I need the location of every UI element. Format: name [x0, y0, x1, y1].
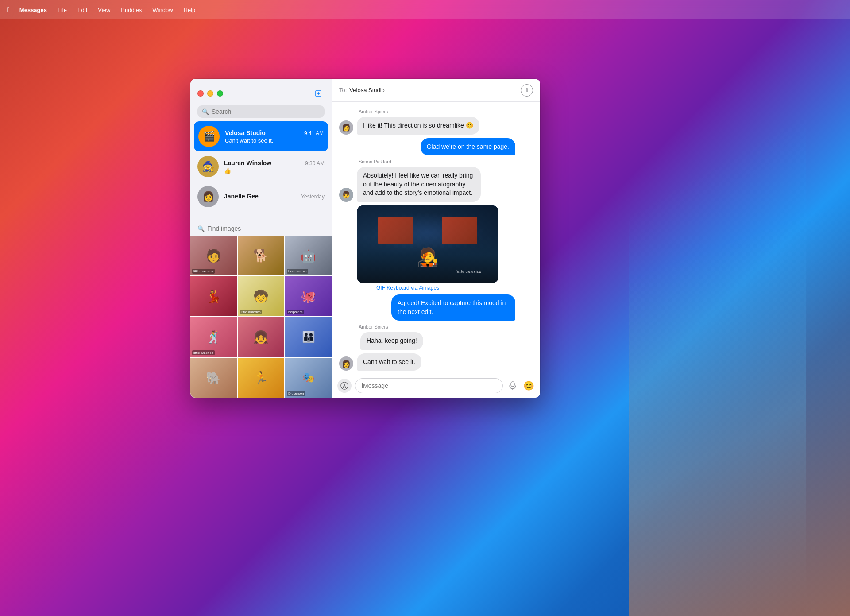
close-button[interactable]	[197, 90, 204, 97]
search-input[interactable]	[212, 108, 320, 115]
conv-name-velosa: Velosa Studio	[225, 129, 266, 136]
conv-time-lauren: 9:30 AM	[305, 160, 325, 167]
conv-info-velosa: Velosa Studio 9:41 AM Can't wait to see …	[225, 129, 324, 144]
bubble-amber2: Haha, keep going!	[360, 332, 423, 350]
message-row-outgoing2: Agreed! Excited to capture this mood in …	[339, 294, 533, 321]
gif-cell-2-3[interactable]: 🐙 helpsters	[285, 276, 332, 316]
menubar-view[interactable]: View	[93, 5, 115, 15]
avatar-velosa: 🎬	[198, 126, 220, 147]
minimize-button[interactable]	[207, 90, 213, 97]
gif-label-2-3: helpsters	[287, 310, 304, 314]
message-input[interactable]	[355, 378, 503, 393]
message-row-amber3: 👩 Can't wait to see it.	[339, 353, 533, 371]
conversation-item-velosa[interactable]: 🎬 Velosa Studio 9:41 AM Can't wait to se…	[194, 121, 328, 151]
svg-text:A: A	[343, 383, 346, 388]
right-panel: To: Velosa Studio ℹ Amber Spiers 👩 I lik…	[332, 79, 540, 398]
conversations-list: 🎬 Velosa Studio 9:41 AM Can't wait to se…	[190, 121, 332, 221]
conversation-item-janelle[interactable]: 👩 Janelle Gee Yesterday	[190, 182, 332, 212]
sender-name-amber2: Amber Spiers	[359, 324, 533, 329]
avatar-simon: 👨	[339, 188, 353, 202]
gif-cell-2-2[interactable]: 🧒 little america	[238, 276, 284, 316]
conv-preview-lauren: 👍	[224, 167, 325, 174]
menubar-window[interactable]: Window	[148, 5, 177, 15]
message-row-1: 👩 I like it! This direction is so dreaml…	[339, 117, 533, 135]
conv-info-lauren: Lauren Winslow 9:30 AM 👍	[224, 159, 325, 174]
conv-info-janelle: Janelle Gee Yesterday	[224, 193, 325, 201]
sender-name-amber1: Amber Spiers	[359, 109, 533, 114]
apple-menu-icon[interactable]: 	[7, 6, 10, 14]
maximize-button[interactable]	[217, 90, 223, 97]
bubble-amber3: Can't wait to see it.	[357, 353, 421, 371]
gif-search-icon: 🔍	[197, 225, 205, 232]
gif-cell-1-3[interactable]: 🤖 here we are	[285, 236, 332, 275]
info-button[interactable]: ℹ	[521, 84, 533, 97]
search-bar[interactable]: 🔍	[197, 105, 325, 118]
gif-picker: 🔍 🧑 little america 🐕	[190, 221, 332, 398]
gif-grid: 🧑 little america 🐕 🤖 here we are	[190, 236, 332, 398]
avatar-amber1: 👩	[339, 120, 353, 135]
menubar-messages[interactable]: Messages	[15, 5, 51, 15]
svg-rect-5	[511, 382, 514, 387]
menubar-help[interactable]: Help	[179, 5, 200, 15]
menubar:  Messages File Edit View Buddies Window…	[0, 0, 850, 19]
gif-cell-3-3[interactable]: 👨‍👩‍👦	[285, 317, 332, 357]
gif-cell-4-2[interactable]: 🏃	[238, 358, 284, 398]
avatar-amber3: 👩	[339, 356, 353, 371]
avatar-janelle: 👩	[197, 186, 219, 207]
gif-search-input[interactable]	[207, 225, 325, 232]
traffic-lights	[197, 90, 223, 97]
recipient-name: Velosa Studio	[349, 87, 385, 93]
gif-cell-1-1[interactable]: 🧑 little america	[190, 236, 237, 275]
bubble-amber1: I like it! This direction is so dreamlik…	[357, 117, 479, 135]
conv-time-janelle: Yesterday	[301, 194, 325, 200]
messages-window: 🔍 🎬 Velosa Studio 9:41 AM Can't wait	[190, 79, 540, 398]
conv-time-velosa: 9:41 AM	[304, 130, 324, 136]
compose-button[interactable]	[312, 87, 325, 100]
gif-cell-2-1[interactable]: 💃	[190, 276, 237, 316]
bubble-outgoing1: Glad we're on the same page.	[421, 138, 515, 156]
bubble-simon: Absolutely! I feel like we can really br…	[357, 167, 481, 202]
gif-cell-4-3[interactable]: 🎭 Dickerson	[285, 358, 332, 398]
message-row-simon: 👨 Absolutely! I feel like we can really …	[339, 167, 533, 202]
menubar-edit[interactable]: Edit	[73, 5, 92, 15]
to-label: To:	[339, 87, 347, 93]
gif-cell-3-2[interactable]: 👧	[238, 317, 284, 357]
chat-input-area: A 😊	[332, 373, 540, 398]
gif-watermark: little america	[456, 268, 482, 274]
chat-messages: Amber Spiers 👩 I like it! This direction…	[332, 102, 540, 373]
gif-cell-4-1[interactable]: 🐘	[190, 358, 237, 398]
gif-label-4-3: Dickerson	[287, 391, 305, 396]
gif-source-label: GIF Keyboard via #images	[376, 285, 498, 291]
sender-name-simon: Simon Pickford	[359, 159, 533, 164]
search-icon: 🔍	[202, 108, 209, 115]
conversation-item-lauren[interactable]: 🧙 Lauren Winslow 9:30 AM 👍	[190, 151, 332, 182]
chat-header: To: Velosa Studio ℹ	[332, 79, 540, 102]
emoji-button[interactable]: 😊	[522, 380, 535, 392]
dictation-button[interactable]	[506, 380, 519, 392]
conv-preview-velosa: Can't wait to see it.	[225, 137, 324, 144]
gif-cell-1-2[interactable]: 🐕	[238, 236, 284, 275]
window-header	[190, 79, 332, 102]
desktop:  Messages File Edit View Buddies Window…	[0, 0, 850, 616]
gif-cell-3-1[interactable]: 🕺 little america	[190, 317, 237, 357]
message-group-1: Amber Spiers 👩 I like it! This direction…	[339, 109, 533, 135]
menubar-buddies[interactable]: Buddies	[116, 5, 146, 15]
message-group-simon: Simon Pickford 👨 Absolutely! I feel like…	[339, 159, 533, 202]
bubble-outgoing2: Agreed! Excited to capture this mood in …	[391, 294, 515, 321]
conv-name-janelle: Janelle Gee	[224, 193, 259, 200]
gif-label-3-1: little america	[192, 350, 215, 355]
avatar-lauren: 🧙	[197, 156, 219, 177]
app-store-button[interactable]: A	[337, 379, 352, 393]
message-group-amber2: Amber Spiers Haha, keep going!	[339, 324, 533, 350]
conv-name-lauren: Lauren Winslow	[224, 159, 271, 167]
left-panel: 🔍 🎬 Velosa Studio 9:41 AM Can't wait	[190, 79, 332, 398]
chat-header-title: To: Velosa Studio	[339, 87, 385, 93]
gif-label-1-1: little america	[192, 269, 215, 274]
menubar-file[interactable]: File	[53, 5, 71, 15]
message-row-amber2: Haha, keep going!	[339, 332, 533, 350]
message-row-gif: 🧑‍🎤 little america GIF Keyboard via #ima…	[339, 205, 533, 291]
gif-label-2-2: little america	[240, 310, 262, 314]
message-row-outgoing1: Glad we're on the same page.	[339, 138, 533, 156]
gif-search-bar[interactable]: 🔍	[190, 221, 332, 236]
gif-label-1-3: here we are	[287, 269, 308, 274]
